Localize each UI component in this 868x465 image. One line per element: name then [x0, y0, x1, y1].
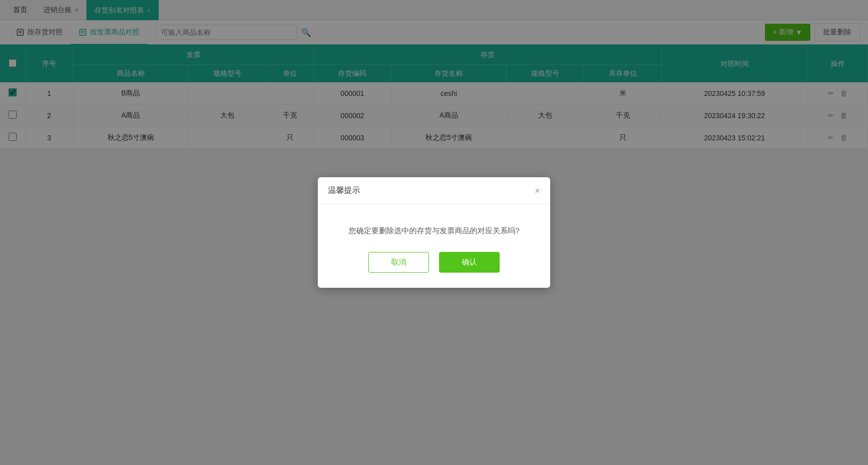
modal-overlay: 温馨提示 × 您确定要删除选中的存货与发票商品的对应关系吗? 取消 确认 [0, 0, 868, 149]
